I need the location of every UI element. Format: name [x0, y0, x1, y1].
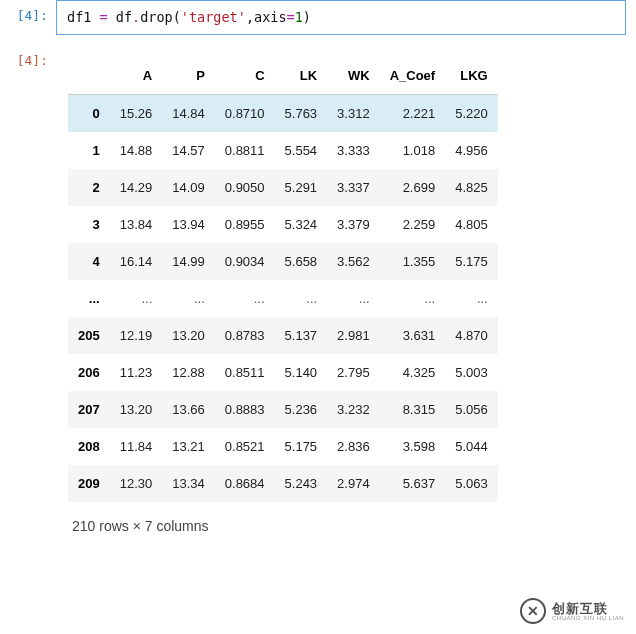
col-header: A [110, 57, 163, 95]
cell: 13.20 [162, 317, 215, 354]
cell: 0.9050 [215, 169, 275, 206]
cell: 0.8710 [215, 94, 275, 132]
cell: 0.8521 [215, 428, 275, 465]
cell: 5.554 [275, 132, 328, 169]
table-row: 114.8814.570.88115.5543.3331.0184.956 [68, 132, 498, 169]
cell: 5.291 [275, 169, 328, 206]
cell: 0.9034 [215, 243, 275, 280]
cell: 3.312 [327, 94, 380, 132]
row-index: 3 [68, 206, 110, 243]
cell: 1.018 [380, 132, 446, 169]
row-index: 205 [68, 317, 110, 354]
code-token: 'target' [181, 9, 246, 25]
cell: 5.175 [275, 428, 328, 465]
input-prompt: [4]: [0, 0, 56, 23]
col-header: A_Coef [380, 57, 446, 95]
watermark: 创新互联 CHUANG XIN HU LIAN [520, 598, 624, 624]
cell: 0.8684 [215, 465, 275, 502]
cell: 14.57 [162, 132, 215, 169]
col-header: LK [275, 57, 328, 95]
row-index: 207 [68, 391, 110, 428]
cell: ... [110, 280, 163, 317]
cell: 5.140 [275, 354, 328, 391]
cell: 4.956 [445, 132, 498, 169]
cell: 5.243 [275, 465, 328, 502]
watermark-sub: CHUANG XIN HU LIAN [552, 615, 624, 621]
dataframe-table: A P C LK WK A_Coef LKG 015.2614.840.8710… [68, 57, 498, 502]
code-token: drop [140, 9, 173, 25]
row-index: 0 [68, 94, 110, 132]
cell: 3.598 [380, 428, 446, 465]
cell: 0.8883 [215, 391, 275, 428]
cell: 0.8955 [215, 206, 275, 243]
code-token: . [132, 9, 140, 25]
cell: 5.763 [275, 94, 328, 132]
cell: 8.315 [380, 391, 446, 428]
cell: 3.379 [327, 206, 380, 243]
cell: 5.658 [275, 243, 328, 280]
output-prompt: [4]: [0, 45, 56, 68]
cell: 3.337 [327, 169, 380, 206]
code-input[interactable]: df1 = df.drop('target',axis=1) [56, 0, 626, 35]
row-index: ... [68, 280, 110, 317]
table-row: 20713.2013.660.88835.2363.2328.3155.056 [68, 391, 498, 428]
cell: ... [380, 280, 446, 317]
table-row: 416.1414.990.90345.6583.5621.3555.175 [68, 243, 498, 280]
cell: 5.220 [445, 94, 498, 132]
cell: 5.003 [445, 354, 498, 391]
cell: 0.8811 [215, 132, 275, 169]
code-token: = [287, 9, 295, 25]
table-row: 20811.8413.210.85215.1752.8363.5985.044 [68, 428, 498, 465]
watermark-text: 创新互联 CHUANG XIN HU LIAN [552, 602, 624, 621]
cell: 5.063 [445, 465, 498, 502]
output-cell: [4]: A P C LK WK A_Coef LKG 015.2614.840… [0, 45, 636, 534]
cell: 5.637 [380, 465, 446, 502]
cell: 12.88 [162, 354, 215, 391]
code-token: 1 [295, 9, 303, 25]
cell: 5.236 [275, 391, 328, 428]
cell: 5.044 [445, 428, 498, 465]
cell: 4.805 [445, 206, 498, 243]
cell: ... [275, 280, 328, 317]
shape-text: 210 rows × 7 columns [68, 502, 626, 534]
col-header: WK [327, 57, 380, 95]
cell: 3.562 [327, 243, 380, 280]
row-index: 1 [68, 132, 110, 169]
cell: 0.8783 [215, 317, 275, 354]
table-row: 20512.1913.200.87835.1372.9813.6314.870 [68, 317, 498, 354]
cell: 15.26 [110, 94, 163, 132]
cell: 4.870 [445, 317, 498, 354]
cell: 2.221 [380, 94, 446, 132]
cell: 13.66 [162, 391, 215, 428]
cell: 3.232 [327, 391, 380, 428]
output-area: A P C LK WK A_Coef LKG 015.2614.840.8710… [56, 45, 636, 534]
index-header [68, 57, 110, 95]
cell: 16.14 [110, 243, 163, 280]
col-header: LKG [445, 57, 498, 95]
watermark-logo-icon [520, 598, 546, 624]
cell: 4.325 [380, 354, 446, 391]
cell: 11.84 [110, 428, 163, 465]
table-row: 20912.3013.340.86845.2432.9745.6375.063 [68, 465, 498, 502]
cell: 11.23 [110, 354, 163, 391]
cell: 3.333 [327, 132, 380, 169]
watermark-main: 创新互联 [552, 602, 624, 615]
cell: 2.259 [380, 206, 446, 243]
cell: 13.21 [162, 428, 215, 465]
row-index: 209 [68, 465, 110, 502]
col-header: C [215, 57, 275, 95]
cell: 14.29 [110, 169, 163, 206]
table-row: 20611.2312.880.85115.1402.7954.3255.003 [68, 354, 498, 391]
cell: 1.355 [380, 243, 446, 280]
table-row: 015.2614.840.87105.7633.3122.2215.220 [68, 94, 498, 132]
row-index: 206 [68, 354, 110, 391]
cell: 13.84 [110, 206, 163, 243]
cell: ... [162, 280, 215, 317]
cell: 3.631 [380, 317, 446, 354]
table-row: 214.2914.090.90505.2913.3372.6994.825 [68, 169, 498, 206]
cell: 2.699 [380, 169, 446, 206]
col-header: P [162, 57, 215, 95]
code-token: df [108, 9, 132, 25]
cell: ... [327, 280, 380, 317]
table-row: 313.8413.940.89555.3243.3792.2594.805 [68, 206, 498, 243]
